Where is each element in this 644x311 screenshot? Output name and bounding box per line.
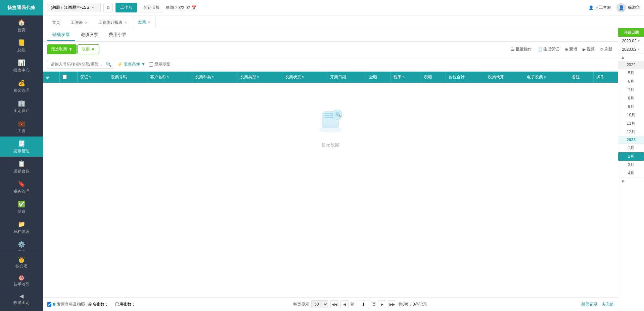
month-2023-4月[interactable]: 4月 [618, 169, 644, 178]
video-button[interactable]: ▶ 视频 [581, 45, 596, 54]
month-2022-6月[interactable]: 6月 [618, 77, 644, 86]
verify-checkbox[interactable] [47, 302, 51, 307]
batch-ops-button[interactable]: ☰ 批量操作 [510, 45, 533, 54]
tab-close-发票[interactable]: ✕ [148, 20, 151, 25]
th-sort-发票种类[interactable]: 发票种类 ⇅ [195, 74, 215, 80]
month-2022-7月[interactable]: 7月 [618, 86, 644, 94]
month-2022-11月[interactable]: 11月 [618, 119, 644, 128]
month-2022-12月[interactable]: 12月 [618, 128, 644, 136]
copy-company-button[interactable]: ⧉ [103, 3, 113, 12]
tab-工资统计报表[interactable]: 工资统计报表✕ [93, 17, 132, 28]
new-button[interactable]: ⊕ 新增 [563, 45, 579, 54]
th-sort-凭证[interactable]: 凭证 ⇅ [80, 74, 92, 80]
last-page-button[interactable]: ▶▶ [388, 300, 396, 308]
no-selection-button[interactable]: 无选取票 ▼ [47, 44, 77, 54]
search-icon: 🔍 [106, 62, 111, 67]
prev-page-button[interactable]: ◀ [340, 300, 349, 308]
video-label: 视频 [587, 46, 595, 52]
sidebar-item-首页[interactable]: 🏠 首页 [0, 15, 43, 36]
sub-tab-费用小票[interactable]: 费用小票 [103, 29, 132, 41]
tab-close-工资表[interactable]: ✕ [85, 21, 88, 25]
th-发票种类[interactable]: 发票种类 ⇅ [192, 72, 237, 83]
th-sort-电子发票[interactable]: 电子发票 ⇅ [527, 74, 546, 80]
more-conditions-button[interactable]: ⚡ 更多条件 ▼ [118, 62, 145, 67]
switch-version-button[interactable]: 切到旧版 [140, 3, 163, 12]
th-电子发票[interactable]: 电子发票 ⇅ [524, 72, 569, 83]
verify-info: 发票查验及拍照 [47, 302, 85, 307]
th-凭证[interactable]: 凭证 ⇅ [78, 72, 108, 83]
tab-close-工资统计报表[interactable]: ✕ [124, 21, 127, 25]
sub-tab-销项发票[interactable]: 销项发票 [47, 29, 75, 41]
th-发票状态[interactable]: 发票状态 ⇅ [282, 72, 327, 83]
generate-voucher-button[interactable]: 📄 生成凭证 [536, 45, 561, 54]
sidebar-label-进销台账: 进销台账 [13, 168, 30, 174]
sidebar-item-bottom-畅会员[interactable]: 👑 畅会员 [0, 254, 43, 272]
month-2022-10月[interactable]: 10月 [618, 111, 644, 119]
period-item-1[interactable]: 2023.02 ▼ [618, 37, 644, 45]
bottom-link-拍照记录[interactable]: 拍照记录 [582, 302, 598, 307]
month-2023-3月[interactable]: 3月 [618, 161, 644, 169]
month-2023-2月[interactable]: 2月 [618, 152, 644, 161]
sidebar-item-bottom-新手引导[interactable]: 🎯 新手引导 [0, 272, 43, 290]
sidebar-item-结账[interactable]: ✅ 结账 [0, 197, 43, 217]
video-icon: ▶ [583, 47, 586, 52]
show-detail-checkbox[interactable] [149, 62, 153, 67]
sidebar-bottom-label-新手引导: 新手引导 [13, 282, 30, 287]
month-2023-1月[interactable]: 1月 [618, 144, 644, 152]
sidebar-item-总账[interactable]: 📒 总账 [0, 36, 43, 56]
open-period-button[interactable]: 开账日期 [618, 28, 644, 37]
th-sort-发票类型[interactable]: 发票类型 ⇅ [240, 74, 260, 80]
th-客户名称[interactable]: 客户名称 ⇅ [147, 72, 192, 83]
sidebar-item-设置[interactable]: ⚙️ 设置 [0, 237, 43, 251]
period-item-2[interactable]: 2023.02 ▼ [618, 45, 644, 54]
th-sort-客户名称[interactable]: 客户名称 ⇅ [150, 74, 170, 80]
select-all-checkbox[interactable] [62, 75, 67, 79]
sidebar-item-工资[interactable]: 💼 工资 [0, 116, 43, 137]
sub-tab-进项发票[interactable]: 进项发票 [75, 29, 103, 41]
tab-发票[interactable]: 发票✕ [133, 17, 156, 28]
show-detail-checkbox-wrap[interactable]: 显示明细 [149, 62, 171, 67]
th-开票日期: 开票日期 [327, 72, 366, 83]
per-page-select[interactable]: 50 10 20 100 [311, 300, 328, 308]
month-2022-9月[interactable]: 9月 [618, 103, 644, 111]
batch-ops-icon: ☰ [511, 47, 515, 52]
th-sort-税率[interactable]: 税率 ⇅ [394, 74, 405, 80]
table-header-row: ⚙凭证 ⇅发票号码客户名称 ⇅发票种类 ⇅发票类型 ⇅发票状态 ⇅开票日期金额税… [43, 72, 618, 83]
th-税率[interactable]: 税率 ⇅ [391, 72, 421, 83]
refresh-button[interactable]: ↻ 刷新 [599, 45, 614, 54]
company-selector[interactable]: (勿删）江西股宝-LSS ▼ [47, 3, 101, 12]
sidebar-icon-报表中心: 📊 [18, 59, 25, 67]
sidebar-item-归档管理[interactable]: 📁 归档管理 [0, 217, 43, 237]
sidebar-item-进销台账[interactable]: 📋 进销台账 [0, 157, 43, 177]
bottom-link-去充值[interactable]: 去充值 [602, 302, 614, 307]
month-2022-8月[interactable]: 8月 [618, 94, 644, 103]
months-2022: 5月6月7月8月9月10月11月12月 [618, 69, 644, 136]
take-ticket-button[interactable]: 取票 ▼ [77, 44, 99, 54]
sidebar-item-发票管理[interactable]: 🧾 发票管理 [0, 137, 43, 157]
sidebar-item-bottom-collapse[interactable]: ◀ 收消固定 [0, 290, 43, 308]
inner-content: 销项发票进项发票费用小票 无选取票 ▼ 取票 ▼ ☰ 批量操作 [43, 28, 618, 311]
sidebar-item-固定资产[interactable]: 🏢 固定资产 [0, 96, 43, 116]
period-date-2: 2023.02 [622, 47, 636, 52]
sidebar-item-税务管理[interactable]: 🔖 税务管理 [0, 177, 43, 197]
date-nav-down-button[interactable]: ▼ [619, 179, 626, 184]
month-2022-5月[interactable]: 5月 [618, 69, 644, 77]
page-input[interactable] [357, 301, 370, 308]
pagination: 每页显示 50 10 20 100 ◀◀ ◀ 第 页 ▶ ▶▶ 共0页，0条记录 [293, 300, 427, 308]
sidebar-item-报表中心[interactable]: 📊 报表中心 [0, 56, 43, 76]
search-input[interactable] [47, 60, 114, 69]
first-page-button[interactable]: ◀◀ [330, 300, 338, 308]
next-page-button[interactable]: ▶ [378, 300, 386, 308]
tab-首页[interactable]: 首页 [47, 17, 65, 28]
period-arrow-2: ▼ [637, 48, 640, 51]
user-info[interactable]: 👤 徐溢华 [616, 3, 640, 12]
date-nav-up-button[interactable]: ▲ [619, 55, 626, 60]
tabs-bar: 首页工资表✕工资统计报表✕发票✕ [43, 15, 644, 28]
th-sort-发票状态[interactable]: 发票状态 ⇅ [285, 74, 305, 80]
sidebar-item-资金管理[interactable]: 💰 资金管理 [0, 76, 43, 96]
period-calendar-icon[interactable]: 📅 [191, 5, 196, 10]
th-发票类型[interactable]: 发票类型 ⇅ [237, 72, 282, 83]
tab-工资表[interactable]: 工资表✕ [66, 17, 93, 28]
service-button[interactable]: 👤 人工客服 [589, 5, 611, 10]
workbench-button[interactable]: 工作台 [116, 3, 137, 12]
